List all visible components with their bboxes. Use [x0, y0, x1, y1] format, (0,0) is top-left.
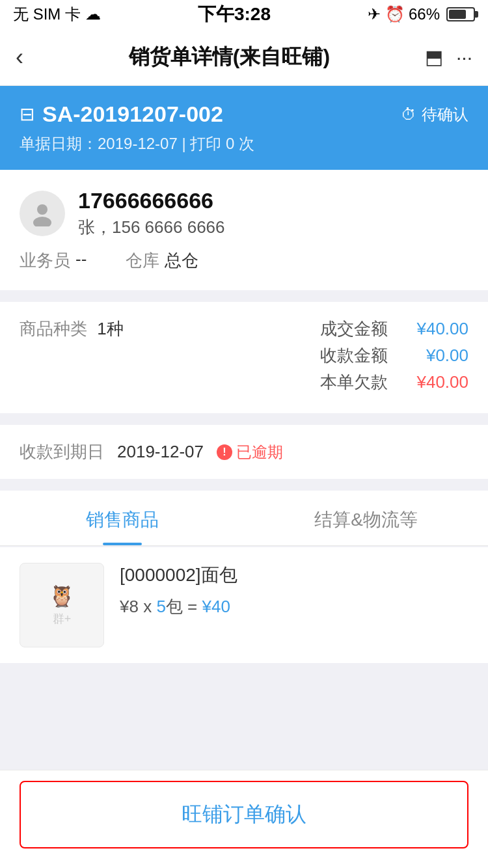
tab-settlement[interactable]: 结算&物流等: [244, 491, 488, 545]
order-status: ⏱ 待确认: [401, 104, 468, 125]
order-header-top: ⊟ SA-20191207-002 ⏱ 待确认: [20, 102, 468, 127]
product-price: ¥8 x 5包 = ¥40: [120, 595, 468, 618]
amount-label: 成交金额: [320, 318, 388, 340]
product-name: [0000002]面包: [120, 563, 468, 588]
nav-actions: ⬒ ···: [425, 46, 472, 68]
amount-item: 成交金额 ¥40.00: [320, 318, 468, 340]
product-type-label: 商品种类: [20, 319, 87, 338]
nav-bar: ‹ 销货单详情(来自旺铺) ⬒ ···: [0, 29, 488, 86]
salesperson-value: --: [75, 249, 87, 272]
signal-icon: ✈ ⏰: [368, 5, 405, 23]
bottom-bar: 旺铺订单确认: [0, 770, 488, 868]
status-bar: 无 SIM 卡 ☁ 下午3:28 ✈ ⏰ 66%: [0, 0, 488, 29]
confirm-button[interactable]: 旺铺订单确认: [20, 781, 468, 848]
product-logo-icon: 🦉: [49, 584, 75, 608]
summary-row: 商品种类 1种 成交金额 ¥40.00 收款金额 ¥0.00 本单欠款 ¥40.…: [20, 318, 468, 398]
tabs-section: 销售商品 结算&物流等: [0, 491, 488, 546]
due-date: 2019-12-07: [117, 442, 204, 462]
clock-icon: ⏱: [401, 105, 416, 124]
order-icon: ⊟: [20, 103, 34, 125]
tab-settlement-label: 结算&物流等: [314, 509, 418, 530]
product-info: [0000002]面包 ¥8 x 5包 = ¥40: [120, 563, 468, 618]
balance-label: 本单欠款: [320, 371, 388, 394]
overdue-badge: ! 已逾期: [217, 442, 283, 463]
page-title: 销货单详情(来自旺铺): [34, 43, 425, 72]
product-unit: 包: [166, 597, 183, 616]
order-id: SA-20191207-002: [42, 102, 223, 127]
customer-name: 张，156 6666 6666: [78, 216, 225, 239]
product-type: 商品种类 1种: [20, 318, 124, 340]
product-total: ¥40: [202, 597, 230, 616]
balance-item: 本单欠款 ¥40.00: [320, 371, 468, 394]
customer-top: 17666666666 张，156 6666 6666: [20, 188, 468, 239]
status-left: 无 SIM 卡 ☁: [13, 4, 101, 25]
section-gap-1: [0, 292, 488, 302]
back-button[interactable]: ‹: [16, 44, 23, 71]
tabs-row: 销售商品 结算&物流等: [0, 491, 488, 545]
received-item: 收款金额 ¥0.00: [320, 344, 468, 367]
warehouse-value: 总仓: [165, 249, 198, 272]
balance-value: ¥40.00: [403, 372, 468, 392]
due-section: 收款到期日 2019-12-07 ! 已逾期: [0, 425, 488, 479]
received-value: ¥0.00: [403, 346, 468, 366]
battery-percent: 66%: [409, 5, 440, 23]
received-label: 收款金额: [320, 344, 388, 367]
product-image-text: 群+: [53, 611, 72, 627]
overdue-text: 已逾期: [236, 442, 283, 463]
warehouse-label: 仓库: [126, 249, 159, 272]
tab-sales-goods-label: 销售商品: [86, 509, 159, 530]
sim-status: 无 SIM 卡 ☁: [13, 4, 101, 25]
product-section: 🦉 群+ [0000002]面包 ¥8 x 5包 = ¥40: [0, 547, 488, 663]
section-gap-3: [0, 480, 488, 491]
overdue-icon: !: [217, 444, 232, 460]
battery-icon: [446, 7, 475, 21]
customer-meta: 业务员 -- 仓库 总仓: [20, 249, 468, 272]
svg-point-0: [37, 204, 47, 215]
financial-summary: 成交金额 ¥40.00 收款金额 ¥0.00 本单欠款 ¥40.00: [320, 318, 468, 398]
tab-underline: [103, 543, 142, 545]
salesperson-meta: 业务员 --: [20, 249, 87, 272]
status-time: 下午3:28: [198, 2, 271, 27]
product-qty: 5: [156, 597, 165, 616]
due-label: 收款到期日: [20, 441, 104, 463]
summary-section: 商品种类 1种 成交金额 ¥40.00 收款金额 ¥0.00 本单欠款 ¥40.…: [0, 302, 488, 413]
avatar: [20, 191, 65, 236]
section-gap-2: [0, 414, 488, 425]
svg-point-1: [33, 217, 51, 226]
order-date: 单据日期：2019-12-07 | 打印 0 次: [20, 133, 468, 154]
avatar-icon: [29, 200, 55, 226]
customer-section: 17666666666 张，156 6666 6666 业务员 -- 仓库 总仓: [0, 170, 488, 290]
product-equals: =: [183, 597, 202, 616]
price-base: ¥8 x: [120, 597, 156, 616]
product-type-value: 1种: [97, 319, 123, 338]
product-image: 🦉 群+: [20, 563, 104, 647]
tab-sales-goods[interactable]: 销售商品: [0, 491, 244, 545]
salesperson-label: 业务员: [20, 249, 70, 272]
more-icon[interactable]: ···: [456, 46, 472, 68]
amount-value: ¥40.00: [403, 319, 468, 339]
customer-phone: 17666666666: [78, 188, 225, 213]
share-icon[interactable]: ⬒: [425, 46, 443, 68]
status-text: 待确认: [422, 104, 468, 125]
warehouse-meta: 仓库 总仓: [126, 249, 198, 272]
status-right: ✈ ⏰ 66%: [368, 5, 475, 23]
order-header: ⊟ SA-20191207-002 ⏱ 待确认 单据日期：2019-12-07 …: [0, 86, 488, 170]
